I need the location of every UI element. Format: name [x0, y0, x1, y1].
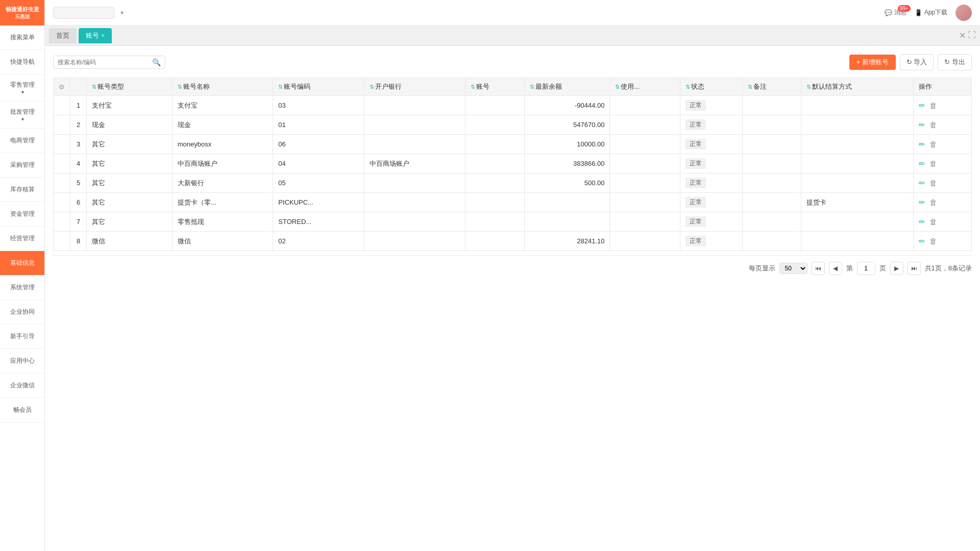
row-number: 3	[70, 135, 87, 154]
next-page-button[interactable]: ▶	[890, 262, 903, 275]
sidebar-item-app-center[interactable]: 应用中心	[0, 349, 44, 373]
sidebar-item-inventory[interactable]: 库存核算	[0, 178, 44, 202]
status-badge: 正常	[685, 119, 706, 130]
sidebar-item-finance[interactable]: 资金管理	[0, 202, 44, 227]
page-input[interactable]	[857, 262, 875, 275]
content-area: 🔍 + 新增账号 ↻ 导入 ↻ 导出 ⚙ ⇅账号类型 ⇅账号名称 ⇅账号编码 ⇅…	[45, 46, 980, 551]
col-status[interactable]: ⇅状态	[680, 78, 742, 96]
prev-page-button[interactable]: ◀	[829, 262, 842, 275]
row-default-pay	[801, 212, 914, 232]
edit-button[interactable]: ✏	[919, 179, 925, 188]
message-button[interactable]: 💬 消息 99+	[885, 8, 906, 17]
app-icon: 📱	[915, 9, 922, 16]
row-default-pay: 提货卡	[801, 193, 914, 212]
status-badge: 正常	[685, 100, 706, 111]
sidebar-item-ecommerce[interactable]: 电商管理	[0, 129, 44, 153]
row-name: 现金	[172, 115, 273, 135]
delete-button[interactable]: 🗑	[929, 217, 937, 226]
logo-subtext: 乐惠版	[15, 13, 30, 20]
delete-button[interactable]: 🗑	[929, 198, 937, 207]
export-button[interactable]: ↻ 导出	[938, 54, 972, 70]
col-remark[interactable]: ⇅备注	[742, 78, 801, 96]
sidebar-item-enterprise-wechat[interactable]: 企业微信	[0, 373, 44, 398]
col-type[interactable]: ⇅账号类型	[87, 78, 173, 96]
row-account	[465, 135, 524, 154]
window-close-icon[interactable]: ✕	[959, 31, 966, 40]
row-status: 正常	[680, 212, 742, 232]
edit-button[interactable]: ✏	[919, 217, 925, 227]
row-code: 03	[273, 96, 364, 115]
edit-button[interactable]: ✏	[919, 198, 925, 207]
row-number: 4	[70, 154, 87, 173]
delete-button[interactable]: 🗑	[929, 120, 937, 129]
tab-expand-controls: ✕ ⛶	[959, 31, 976, 40]
edit-button[interactable]: ✏	[919, 159, 925, 168]
row-status: 正常	[680, 173, 742, 193]
delete-button[interactable]: 🗑	[929, 159, 937, 168]
row-type: 其它	[87, 173, 173, 193]
search-icon[interactable]: 🔍	[152, 58, 161, 66]
col-default-pay[interactable]: ⇅默认结算方式	[801, 78, 914, 96]
tab-account[interactable]: 账号 ×	[79, 28, 112, 43]
settings-icon[interactable]: ⚙	[59, 83, 65, 91]
status-badge: 正常	[685, 178, 706, 188]
sidebar-item-system[interactable]: 系统管理	[0, 276, 44, 300]
row-bank	[364, 193, 465, 212]
sidebar-item-basic-info[interactable]: 基础信息	[0, 251, 44, 276]
table-row: 1 支付宝 支付宝 03 -90444.00 正常 ✏ 🗑	[54, 96, 972, 115]
delete-button[interactable]: 🗑	[929, 140, 937, 148]
row-number: 2	[70, 115, 87, 135]
row-name: 大新银行	[172, 173, 273, 193]
table-settings-col[interactable]: ⚙	[54, 78, 70, 96]
table-row: 6 其它 提货卡（零... PICKUPC... 正常 提货卡 ✏ 🗑	[54, 193, 972, 212]
col-name[interactable]: ⇅账号名称	[172, 78, 273, 96]
delete-button[interactable]: 🗑	[929, 101, 937, 110]
sidebar-item-wholesale[interactable]: 批发管理 ▾	[0, 102, 44, 129]
row-number: 7	[70, 212, 87, 232]
window-expand-icon[interactable]: ⛶	[968, 31, 976, 40]
app-download-button[interactable]: 📱 App下载	[915, 8, 947, 17]
sidebar-item-purchase[interactable]: 采购管理	[0, 153, 44, 178]
col-balance[interactable]: ⇅最新余额	[524, 78, 610, 96]
chevron-down-icon[interactable]: ▾	[120, 9, 124, 16]
col-usage[interactable]: ⇅使用...	[610, 78, 680, 96]
row-usage	[610, 154, 680, 173]
add-account-button[interactable]: + 新增账号	[849, 55, 896, 70]
row-code: 05	[273, 173, 364, 193]
row-type: 微信	[87, 232, 173, 251]
sidebar-item-search[interactable]: 搜索菜单	[0, 26, 44, 50]
table-row: 5 其它 大新银行 05 500.00 正常 ✏ 🗑	[54, 173, 972, 193]
row-remark	[742, 212, 801, 232]
sidebar-item-retail[interactable]: 零售管理 ▾	[0, 74, 44, 102]
edit-button[interactable]: ✏	[919, 140, 925, 149]
edit-button[interactable]: ✏	[919, 120, 925, 130]
sidebar-item-operations[interactable]: 经营管理	[0, 227, 44, 251]
row-code: STORED...	[273, 212, 364, 232]
row-type: 其它	[87, 212, 173, 232]
import-button[interactable]: ↻ 导入	[900, 54, 934, 70]
avatar[interactable]	[955, 5, 972, 21]
top-search-input[interactable]	[53, 7, 114, 19]
status-badge: 正常	[685, 139, 706, 149]
edit-button[interactable]: ✏	[919, 237, 925, 246]
sidebar-item-member[interactable]: 畅会员	[0, 398, 44, 422]
row-actions: ✏ 🗑	[914, 154, 972, 173]
edit-button[interactable]: ✏	[919, 101, 925, 110]
first-page-button[interactable]: ⏮	[812, 262, 825, 275]
search-input[interactable]	[58, 59, 152, 66]
col-account[interactable]: ⇅账号	[465, 78, 524, 96]
tab-home[interactable]: 首页	[49, 28, 77, 43]
row-usage	[610, 115, 680, 135]
delete-button[interactable]: 🗑	[929, 179, 937, 187]
delete-button[interactable]: 🗑	[929, 237, 937, 245]
close-icon[interactable]: ×	[101, 32, 105, 39]
row-account	[465, 232, 524, 251]
row-remark	[742, 96, 801, 115]
col-code[interactable]: ⇅账号编码	[273, 78, 364, 96]
col-bank[interactable]: ⇅开户银行	[364, 78, 465, 96]
last-page-button[interactable]: ⏭	[908, 262, 921, 275]
per-page-select[interactable]: 50 20 100	[779, 263, 807, 274]
sidebar-item-tutorial[interactable]: 新手引导	[0, 324, 44, 349]
sidebar-item-collaboration[interactable]: 企业协同	[0, 300, 44, 324]
sidebar-item-quick-nav[interactable]: 快捷导航	[0, 50, 44, 74]
